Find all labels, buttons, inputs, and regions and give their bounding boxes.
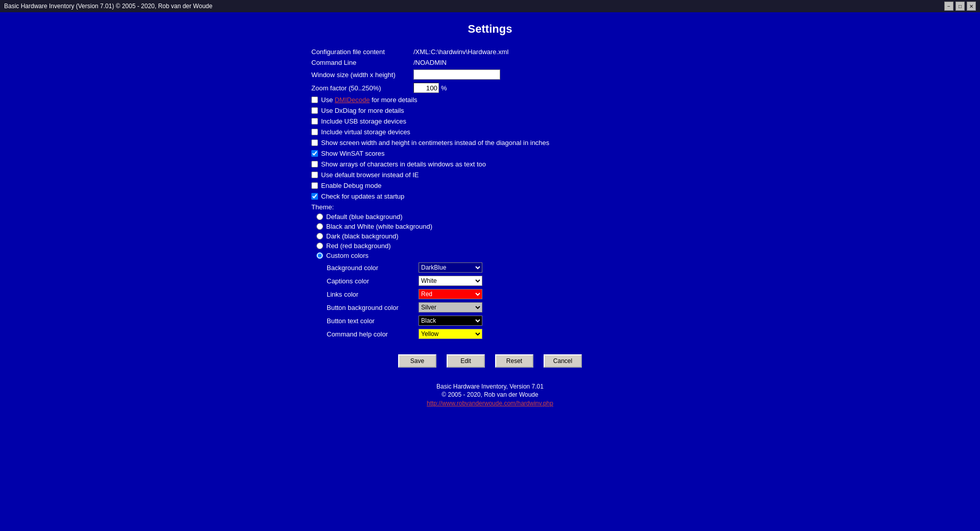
zoom-input[interactable] <box>413 83 439 93</box>
cb-dmidecode[interactable] <box>311 96 318 103</box>
cb-virtual[interactable] <box>311 129 318 135</box>
caption-color-select[interactable]: White Black Red Silver DarkBlue Yellow <box>419 276 482 286</box>
cb-dxdiag[interactable] <box>311 107 318 114</box>
theme-label: Theme: <box>311 203 669 211</box>
checkbox-browser: Use default browser instead of IE <box>311 171 669 179</box>
command-line-value: /NOADMIN <box>413 59 447 66</box>
checkbox-dmidecode: Use DMIDecode for more details <box>311 96 669 104</box>
title-bar-text: Basic Hardware Inventory (Version 7.01) … <box>4 3 212 10</box>
settings-container: Configuration file content /XML:C:\hardw… <box>311 48 669 407</box>
footer: Basic Hardware Inventory, Version 7.01 ©… <box>311 383 669 407</box>
btn-text-color-row: Button text color Black White Red Silver… <box>327 316 669 326</box>
page-heading: Settings <box>468 22 512 36</box>
rb-dark[interactable] <box>316 233 323 239</box>
window-size-input[interactable] <box>413 69 500 80</box>
zoom-label: Zoom factor (50..250%) <box>311 84 413 92</box>
checkbox-virtual: Include virtual storage devices <box>311 128 669 136</box>
command-line-row: Command Line /NOADMIN <box>311 59 669 66</box>
bg-color-row: Background color DarkBlue Black White Si… <box>327 262 669 273</box>
checkbox-updates: Check for updates at startup <box>311 192 669 200</box>
title-bar: Basic Hardware Inventory (Version 7.01) … <box>0 0 980 12</box>
footer-link[interactable]: http://www.robvanderwoude.com/hardwinv.p… <box>427 400 553 407</box>
main-content: Settings Configuration file content /XML… <box>0 12 980 417</box>
zoom-suffix: % <box>441 84 447 92</box>
theme-section: Theme: Default (blue background) Black a… <box>311 203 669 339</box>
close-button[interactable]: ✕ <box>967 2 976 11</box>
radio-bw: Black and White (white background) <box>316 223 669 230</box>
footer-line1: Basic Hardware Inventory, Version 7.01 <box>311 383 669 390</box>
cb-arrays[interactable] <box>311 161 318 167</box>
radio-red: Red (red background) <box>316 242 669 250</box>
cb-debug[interactable] <box>311 182 318 189</box>
links-color-row: Links color Red White Black Silver DarkB… <box>327 289 669 299</box>
btn-text-color-select[interactable]: Black White Red Silver DarkBlue Yellow <box>419 316 482 326</box>
config-file-label: Configuration file content <box>311 48 413 56</box>
checkbox-arrays: Show arrays of characters in details win… <box>311 160 669 168</box>
cb-usb[interactable] <box>311 118 318 125</box>
links-color-select[interactable]: Red White Black Silver DarkBlue Yellow <box>419 289 482 299</box>
checkbox-debug: Enable Debug mode <box>311 182 669 189</box>
radio-dark: Dark (black background) <box>316 232 669 240</box>
caption-color-label: Captions color <box>327 277 419 285</box>
config-file-value: /XML:C:\hardwinv\Hardware.xml <box>413 48 508 56</box>
color-section: Background color DarkBlue Black White Si… <box>327 262 669 339</box>
cb-browser[interactable] <box>311 172 318 178</box>
buttons-row: Save Edit Reset Cancel <box>311 354 669 368</box>
rb-default[interactable] <box>316 213 323 220</box>
restore-button[interactable]: □ <box>955 2 965 11</box>
cmd-help-color-row: Command help color Yellow White Black Si… <box>327 329 669 339</box>
window-size-row: Window size (width x height) <box>311 69 669 80</box>
zoom-row: Zoom factor (50..250%) % <box>311 83 669 93</box>
checkbox-screen: Show screen width and height in centimet… <box>311 139 669 147</box>
btn-bg-color-row: Button background color Silver White Bla… <box>327 302 669 312</box>
checkbox-winsat: Show WinSAT scores <box>311 150 669 157</box>
title-bar-controls: − □ ✕ <box>944 2 976 11</box>
rb-bw[interactable] <box>316 223 323 230</box>
minimize-button[interactable]: − <box>944 2 953 11</box>
checkbox-usb: Include USB storage devices <box>311 117 669 125</box>
rb-red[interactable] <box>316 243 323 249</box>
bg-color-select[interactable]: DarkBlue Black White Silver Red Yellow <box>419 262 482 273</box>
config-file-row: Configuration file content /XML:C:\hardw… <box>311 48 669 56</box>
links-color-label: Links color <box>327 291 419 298</box>
cmd-help-color-select[interactable]: Yellow White Black Silver DarkBlue Red <box>419 329 482 339</box>
cb-updates[interactable] <box>311 193 318 200</box>
btn-bg-color-select[interactable]: Silver White Black DarkBlue Red Yellow <box>419 302 482 312</box>
edit-button[interactable]: Edit <box>447 354 485 368</box>
cancel-button[interactable]: Cancel <box>544 354 582 368</box>
dmidecode-link[interactable]: DMIDecode <box>335 96 370 104</box>
command-line-label: Command Line <box>311 59 413 66</box>
window-size-label: Window size (width x height) <box>311 71 413 79</box>
reset-button[interactable]: Reset <box>495 354 533 368</box>
bg-color-label: Background color <box>327 264 419 272</box>
cb-screen[interactable] <box>311 139 318 146</box>
footer-line2: © 2005 - 2020, Rob van der Woude <box>311 391 669 398</box>
radio-custom: Custom colors <box>316 252 669 259</box>
checkbox-dxdiag: Use DxDiag for more details <box>311 107 669 114</box>
save-button[interactable]: Save <box>398 354 436 368</box>
btn-bg-color-label: Button background color <box>327 304 419 311</box>
cmd-help-color-label: Command help color <box>327 330 419 338</box>
caption-color-row: Captions color White Black Red Silver Da… <box>327 276 669 286</box>
btn-text-color-label: Button text color <box>327 317 419 325</box>
rb-custom[interactable] <box>316 252 323 259</box>
radio-default: Default (blue background) <box>316 213 669 221</box>
cb-winsat[interactable] <box>311 150 318 157</box>
